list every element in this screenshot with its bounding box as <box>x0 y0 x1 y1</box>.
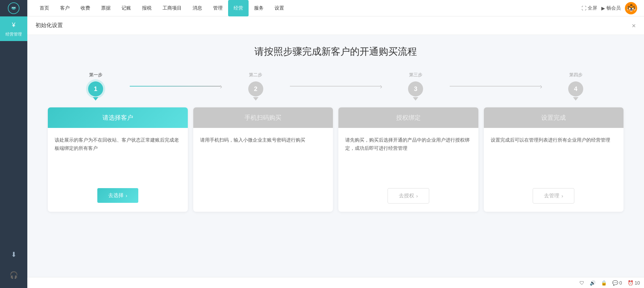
nav-home[interactable]: 首页 <box>34 0 55 16</box>
card-4-footer: 去管理 › <box>484 183 624 212</box>
time-status-icon: ⏰ 10 <box>628 280 640 286</box>
nav-right-area: ⛶ 全屏 ▶ 畅会员 🐯 <box>582 2 637 14</box>
card-4-title: 设置完成 <box>541 114 566 121</box>
sidebar-item-label: 经营管理 <box>5 31 22 37</box>
step-3-pointer <box>413 97 418 101</box>
step-1-label: 第一步 <box>89 72 102 78</box>
card-1-header: 请选择客户 <box>48 107 188 128</box>
step-card-4: 设置完成 设置完成后可以在管理列表进行所有企业用户的经营管理 去管理 › <box>484 107 624 212</box>
fullscreen-icon: ⛶ <box>582 5 586 11</box>
user-avatar[interactable]: 🐯 <box>625 2 637 14</box>
nav-business[interactable]: 工商项目 <box>157 0 187 16</box>
member-label: 畅会员 <box>606 5 621 11</box>
cards-container: 请选择客户 该处展示的客户为不在回收站、客户状态正常建账后完成老板端绑定的所有客… <box>41 107 630 212</box>
step-card-2: 手机扫码购买 请用手机扫码，输入小微企业主账号密码进行购买 <box>193 107 333 212</box>
step-card-1: 请选择客户 该处展示的客户为不在回收站、客户状态正常建账后完成老板端绑定的所有客… <box>48 107 188 212</box>
shield-status-icon[interactable]: 🛡 <box>579 280 584 286</box>
fullscreen-label: 全屏 <box>588 5 597 11</box>
step-1-circle: 1 <box>88 81 103 96</box>
nav-fee[interactable]: 收费 <box>75 0 96 16</box>
card-2-title: 手机扫码购买 <box>244 114 281 121</box>
nav-settings[interactable]: 设置 <box>269 0 290 16</box>
member-btn[interactable]: ▶ 畅会员 <box>601 5 621 11</box>
card-3-header: 授权绑定 <box>338 107 478 128</box>
sidebar-download[interactable]: ⬇ <box>0 245 27 264</box>
status-bar: ▶ 完成 🛡 🔊 🔒 💬 0 ⏰ 10 <box>0 277 644 288</box>
nav-operation[interactable]: 经营 <box>228 0 249 16</box>
support-icon: 🎧 <box>10 271 18 279</box>
step-1-indicator: 第一步 1 <box>61 72 130 101</box>
step-2-label: 第二步 <box>249 72 262 78</box>
step-4-circle: 4 <box>568 81 583 96</box>
sidebar-item-management[interactable]: ¥ 经营管理 <box>0 16 27 41</box>
step-3-action-btn[interactable]: 去授权 › <box>388 188 429 204</box>
card-2-body: 请用手机扫码，输入小微企业主账号密码进行购买 <box>193 128 333 183</box>
connector-3-4: › <box>450 82 542 90</box>
nav-service[interactable]: 服务 <box>249 0 269 16</box>
download-icon: ⬇ <box>11 250 17 259</box>
btn-3-label: 去授权 <box>399 193 414 199</box>
play-icon: ▶ <box>601 5 605 11</box>
nav-manage[interactable]: 管理 <box>208 0 228 16</box>
card-3-body: 请先购买，购买后选择开通的产品中的企业用户进行授权绑定，成功后即可进行经营管理 <box>338 128 478 183</box>
card-3-text: 请先购买，购买后选择开通的产品中的企业用户进行授权绑定，成功后即可进行经营管理 <box>345 137 470 151</box>
nav-invoice[interactable]: 票据 <box>96 0 116 16</box>
sidebar-support[interactable]: 🎧 <box>0 265 27 285</box>
btn-1-symbol: › <box>126 193 127 198</box>
close-button[interactable]: × <box>632 22 636 29</box>
management-icon: ¥ <box>9 21 18 30</box>
status-right: 🛡 🔊 🔒 💬 0 ⏰ 10 <box>579 280 640 286</box>
fullscreen-btn[interactable]: ⛶ 全屏 <box>582 5 597 11</box>
content-area: 请按照步骤完成新客户的开通购买流程 第一步 1 › 第二步 2 <box>27 35 644 222</box>
step-2-circle-wrapper: 2 <box>248 81 263 101</box>
sidebar: ¥ 经营管理 ⬇ 🎧 <box>0 0 27 288</box>
step-3-label: 第三步 <box>409 72 422 78</box>
nav-accounting[interactable]: 记账 <box>116 0 137 16</box>
step-4-action-btn[interactable]: 去管理 › <box>533 188 574 204</box>
nav-customer[interactable]: 客户 <box>55 0 75 16</box>
connector-1-2: › <box>130 82 222 90</box>
step-2-indicator: 第二步 2 <box>222 72 290 101</box>
card-4-header: 设置完成 <box>484 107 624 128</box>
card-2-header: 手机扫码购买 <box>193 107 333 128</box>
lock-status-icon[interactable]: 🔒 <box>601 280 607 286</box>
step-2-circle: 2 <box>248 81 263 96</box>
step-2-pointer <box>253 97 258 101</box>
card-1-title: 请选择客户 <box>102 114 133 121</box>
step-4-label: 第四步 <box>569 72 583 78</box>
nav-tax[interactable]: 报税 <box>137 0 157 16</box>
connector-2-3: › <box>290 82 382 90</box>
volume-status-icon[interactable]: 🔊 <box>590 280 596 286</box>
btn-1-label: 去选择 <box>108 192 124 199</box>
card-1-text: 该处展示的客户为不在回收站、客户状态正常建账后完成老板端绑定的所有客户 <box>55 137 179 151</box>
page-header: 初始化设置 × <box>27 16 644 35</box>
card-4-text: 设置完成后可以在管理列表进行所有企业用户的经营管理 <box>491 137 610 143</box>
top-nav: 首页 客户 收费 票据 记账 报税 工商项目 消息 管理 经营 服务 设置 ⛶ … <box>27 0 644 16</box>
step-3-circle: 3 <box>408 81 423 96</box>
step-3-indicator: 第三步 3 <box>381 72 450 101</box>
btn-4-symbol: › <box>561 193 563 199</box>
nav-message[interactable]: 消息 <box>187 0 208 16</box>
btn-4-label: 去管理 <box>544 193 559 199</box>
sidebar-bottom: ⬇ 🎧 <box>0 245 27 288</box>
card-3-title: 授权绑定 <box>396 114 421 121</box>
message-status-icon[interactable]: 💬 0 <box>612 280 622 286</box>
card-1-body: 该处展示的客户为不在回收站、客户状态正常建账后完成老板端绑定的所有客户 <box>48 128 188 183</box>
page-title: 初始化设置 <box>36 22 63 29</box>
card-3-footer: 去授权 › <box>338 183 478 212</box>
step-3-circle-wrapper: 3 <box>408 81 423 101</box>
step-4-circle-wrapper: 4 <box>568 81 583 101</box>
step-4-pointer <box>573 97 578 101</box>
main-content: 初始化设置 × 请按照步骤完成新客户的开通购买流程 第一步 1 › 第二步 <box>27 16 644 277</box>
step-4-indicator: 第四步 4 <box>542 72 610 101</box>
step-1-circle-wrapper: 1 <box>88 81 103 101</box>
sidebar-logo <box>0 0 27 16</box>
connector-line-2 <box>290 86 381 87</box>
card-2-text: 请用手机扫码，输入小微企业主账号密码进行购买 <box>200 137 305 143</box>
card-1-footer: 去选择 › <box>48 183 188 211</box>
step-card-3: 授权绑定 请先购买，购买后选择开通的产品中的企业用户进行授权绑定，成功后即可进行… <box>338 107 478 212</box>
btn-3-symbol: › <box>416 193 418 199</box>
step-1-action-btn[interactable]: 去选择 › <box>97 188 138 203</box>
card-4-body: 设置完成后可以在管理列表进行所有企业用户的经营管理 <box>484 128 624 183</box>
step-1-pointer <box>93 97 98 101</box>
